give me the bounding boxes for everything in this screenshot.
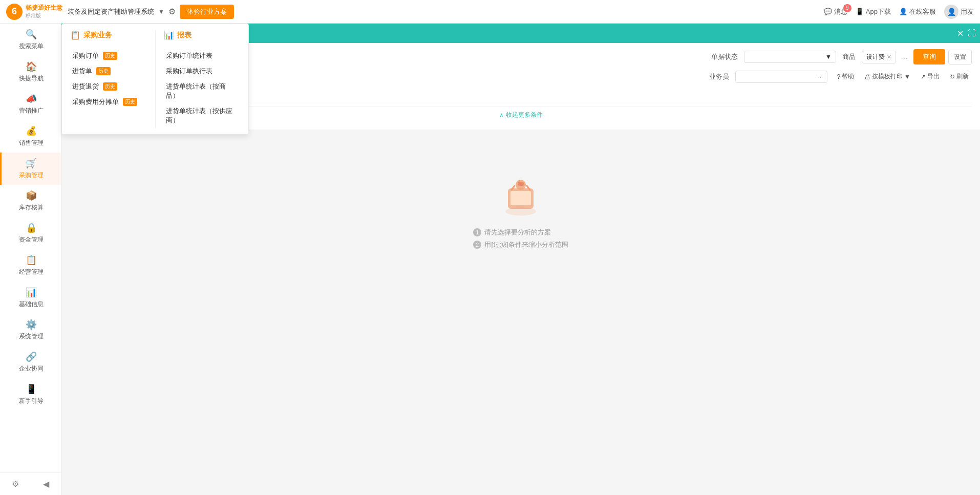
purchase-order-history: 历史 <box>103 52 117 60</box>
doc-status-arrow: ▼ <box>825 53 832 60</box>
operations-icon: 📋 <box>26 254 37 266</box>
tab-bar-actions: ✕ ⛶ <box>957 29 976 38</box>
goods-return-label: 进货退货 <box>72 82 99 91</box>
logo-icon: 6 <box>6 4 23 20</box>
tab-expand-icon[interactable]: ⛶ <box>968 29 976 38</box>
help-btn[interactable]: ? 帮助 <box>834 71 857 82</box>
help-icon: ? <box>837 73 840 80</box>
system-dropdown-arrow[interactable]: ▼ <box>158 8 164 15</box>
edition-label: 标准版 <box>26 12 62 19</box>
purchase-section-label: 采购业务 <box>83 31 112 40</box>
salesperson-label: 业务员 <box>709 72 729 81</box>
purchase-section-title: 📋 采购业务 <box>70 30 147 43</box>
empty-hint-2: 用[过滤]条件来缩小分析范围 <box>484 240 568 249</box>
sidebar-collapse-btn[interactable]: ◀ <box>43 479 49 489</box>
sidebar-item-sales[interactable]: 💰 销售管理 <box>0 120 61 153</box>
top-bar: 6 畅捷通好生意 标准版 装备及固定资产辅助管理系统 ▼ ⚙ 体验行业方案 💬 … <box>0 0 980 24</box>
sidebar-label-basicinfo: 基础信息 <box>19 300 44 309</box>
empty-hints: 1 请先选择要分析的方案 2 用[过滤]条件来缩小分析范围 <box>473 228 568 249</box>
sidebar-label-sales: 销售管理 <box>19 139 44 147</box>
online-service-btn[interactable]: 👤 在线客服 <box>899 7 936 16</box>
purchase-order-stats-label: 采购订单统计表 <box>166 51 212 60</box>
top-right: 💬 消息 9 📱 App下载 👤 在线客服 👤 用友 <box>824 5 974 19</box>
query-button[interactable]: 查询 <box>913 49 945 64</box>
system-title: 装备及固定资产辅助管理系统 <box>68 7 154 16</box>
sidebar-item-search[interactable]: 🔍 搜索菜单 <box>0 24 61 56</box>
dropdown-purchase-order[interactable]: 采购订单 历史 <box>70 48 147 63</box>
dropdown-purchase-expense[interactable]: 采购费用分摊单 历史 <box>70 94 147 110</box>
sidebar-item-newguide[interactable]: 📱 新手引导 <box>0 378 61 411</box>
sidebar-item-enterprise[interactable]: 🔗 企业协同 <box>0 346 61 378</box>
topbar-settings-icon[interactable]: ⚙ <box>168 7 176 16</box>
sidebar-label-purchase: 采购管理 <box>19 171 44 180</box>
svg-rect-2 <box>510 191 531 205</box>
dropdown-columns: 📋 采购业务 采购订单 历史 进货单 历史 进货退货 历史 采购费用分摊单 历史 <box>62 30 248 128</box>
service-icon: 👤 <box>899 8 907 15</box>
sidebar-label-quicknav: 快捷导航 <box>19 74 44 83</box>
sidebar-item-inventory[interactable]: 📦 库存核算 <box>0 185 61 217</box>
sidebar-item-purchase[interactable]: 🛒 采购管理 <box>0 153 61 185</box>
goods-tag-close[interactable]: ✕ <box>887 54 891 60</box>
collapse-icon: ∧ <box>499 112 504 119</box>
export-icon: ↗ <box>921 73 926 80</box>
app-download-btn[interactable]: 📱 App下载 <box>856 7 891 16</box>
purchase-business-col: 📋 采购业务 采购订单 历史 进货单 历史 进货退货 历史 采购费用分摊单 历史 <box>62 30 155 128</box>
sidebar-item-finance[interactable]: 🔒 资金管理 <box>0 217 61 249</box>
report-section-icon: 📊 <box>164 30 174 40</box>
dropdown-purchase-order-stats[interactable]: 采购订单统计表 <box>164 48 241 63</box>
sidebar: 🔍 搜索菜单 🏠 快捷导航 📣 营销推广 💰 销售管理 🛒 采购管理 📦 库存核… <box>0 24 61 495</box>
user-btn[interactable]: 👤 用友 <box>944 5 974 19</box>
finance-icon: 🔒 <box>26 222 37 233</box>
empty-illustration <box>495 170 546 222</box>
sidebar-item-operations[interactable]: 📋 经营管理 <box>0 249 61 282</box>
inventory-icon: 📦 <box>26 190 37 201</box>
sidebar-settings-btn[interactable]: ⚙ <box>12 479 19 489</box>
dropdown-goods-receipt[interactable]: 进货单 历史 <box>70 63 147 79</box>
print-btn[interactable]: 🖨 按模板打印 ▼ <box>861 71 913 82</box>
purchase-order-label: 采购订单 <box>72 51 99 60</box>
purchase-dropdown-menu: 📋 采购业务 采购订单 历史 进货单 历史 进货退货 历史 采购费用分摊单 历史 <box>61 24 249 135</box>
tab-close-all-icon[interactable]: ✕ <box>957 29 964 38</box>
sidebar-item-quicknav[interactable]: 🏠 快捷导航 <box>0 56 61 88</box>
export-btn[interactable]: ↗ 导出 <box>918 71 943 82</box>
dropdown-goods-return[interactable]: 进货退货 历史 <box>70 79 147 94</box>
sidebar-label-operations: 经营管理 <box>19 268 44 276</box>
sidebar-item-basicinfo[interactable]: 📊 基础信息 <box>0 282 61 314</box>
message-btn[interactable]: 💬 消息 9 <box>824 7 847 16</box>
purchase-icon: 🛒 <box>26 158 37 169</box>
sidebar-item-system[interactable]: ⚙️ 系统管理 <box>0 314 61 346</box>
goods-more-dots[interactable]: ... <box>902 53 907 60</box>
goods-tag-text: 设计费 <box>866 53 885 61</box>
export-label: 导出 <box>927 72 940 81</box>
goods-stats-product-label: 进货单统计表（按商品） <box>166 82 239 100</box>
settings-button[interactable]: 设置 <box>948 50 972 64</box>
report-section-title: 📊 报表 <box>164 30 241 43</box>
refresh-btn[interactable]: ↻ 刷新 <box>947 71 972 82</box>
user-avatar: 👤 <box>944 5 958 19</box>
industry-btn[interactable]: 体验行业方案 <box>180 5 234 19</box>
dropdown-purchase-order-exec[interactable]: 采购订单执行表 <box>164 63 241 79</box>
system-icon: ⚙️ <box>26 319 37 330</box>
goods-receipt-label: 进货单 <box>72 67 92 76</box>
sidebar-label-enterprise: 企业协同 <box>19 364 44 373</box>
sidebar-label-marketing: 营销推广 <box>19 106 44 115</box>
salesperson-select[interactable]: ··· <box>735 71 827 83</box>
goods-receipt-history: 历史 <box>96 67 111 75</box>
sales-icon: 💰 <box>26 125 37 137</box>
refresh-icon: ↻ <box>950 73 955 80</box>
purchase-order-exec-label: 采购订单执行表 <box>166 67 212 76</box>
dropdown-goods-stats-by-supplier[interactable]: 进货单统计表（按供应商） <box>164 103 241 128</box>
sidebar-label-system: 系统管理 <box>19 332 44 341</box>
print-label: 按模板打印 <box>872 72 903 81</box>
dropdown-goods-stats-by-product[interactable]: 进货单统计表（按商品） <box>164 79 241 103</box>
empty-hint-1: 请先选择要分析的方案 <box>484 228 551 237</box>
refresh-label: 刷新 <box>956 72 969 81</box>
print-icon: 🖨 <box>864 73 870 80</box>
enterprise-icon: 🔗 <box>26 351 37 362</box>
report-section-label: 报表 <box>177 31 191 40</box>
collapse-label: 收起更多条件 <box>506 111 543 119</box>
sidebar-item-marketing[interactable]: 📣 营销推广 <box>0 88 61 120</box>
doc-status-select[interactable]: ▼ <box>744 51 836 63</box>
app-icon: 📱 <box>856 8 864 15</box>
purchase-section-icon: 📋 <box>70 30 80 40</box>
